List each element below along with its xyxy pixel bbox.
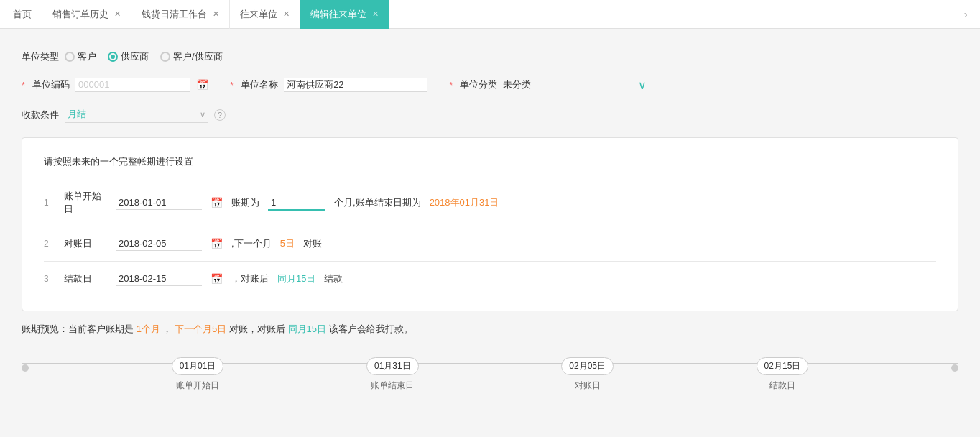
unit-category-field: * 单位分类 未分类 ∨	[449, 78, 647, 92]
radio-customer-label: 客户	[78, 50, 96, 63]
unit-type-radio-group: 客户 供应商 客户/供应商	[65, 50, 223, 63]
unit-type-row: 单位类型 客户 供应商 客户/供应商	[22, 43, 958, 70]
start-date-input[interactable]	[116, 196, 202, 210]
row-type-label-2: 对账日	[64, 237, 107, 250]
tab-sales-history[interactable]: 销售订单历史 ✕	[42, 0, 131, 29]
unit-type-field: 单位类型 客户 供应商 客户/供应商	[22, 50, 223, 63]
row-index-1: 1	[44, 198, 55, 208]
reconcile-date-input[interactable]	[116, 236, 202, 251]
timeline-badge-2: 01月31日	[366, 357, 419, 375]
settlement-day-highlight: 同月15日	[277, 272, 315, 285]
payment-terms-label: 收款条件	[22, 109, 59, 121]
timeline-point-1: 01月01日 账单开始日	[172, 357, 224, 392]
help-icon[interactable]: ?	[214, 109, 226, 121]
timeline-end-dot	[951, 364, 958, 372]
reconcile-prefix: ,下一个月	[231, 237, 272, 250]
setting-row-3: 3 结款日 📅 ，对账后 同月15日 结款	[44, 264, 936, 293]
divider-1	[44, 226, 936, 226]
timeline-label-2: 账单结束日	[371, 380, 414, 392]
preview-prefix: 账期预览：当前客户账期是	[22, 323, 134, 334]
tabs-more-arrow[interactable]: ›	[957, 9, 974, 20]
unit-category-required: *	[449, 80, 453, 91]
radio-customer[interactable]: 客户	[65, 50, 96, 63]
radio-both[interactable]: 客户/供应商	[160, 50, 223, 63]
row-index-2: 2	[44, 239, 55, 249]
card-title: 请按照未来的一个完整帐期进行设置	[44, 155, 936, 168]
period-unit-text: 个月,账单结束日期为	[334, 196, 421, 209]
settlement-date-calendar-icon[interactable]: 📅	[211, 273, 223, 285]
radio-both-label: 客户/供应商	[173, 50, 223, 63]
timeline-start-dot	[22, 364, 29, 372]
unit-name-input[interactable]	[284, 78, 427, 92]
reconcile-day-highlight: 5日	[280, 237, 295, 250]
timeline-label-1: 账单开始日	[176, 380, 219, 392]
divider-2	[44, 261, 936, 262]
unit-type-label: 单位类型	[22, 50, 59, 63]
payment-terms-row: 收款条件 月结 ∨ ?	[22, 99, 958, 130]
radio-both-circle	[160, 52, 170, 62]
tab-partner-unit-label: 往来单位	[240, 8, 277, 21]
unit-name-field: * 单位名称	[230, 78, 427, 92]
unit-name-required: *	[230, 80, 234, 91]
unit-code-input[interactable]	[75, 78, 190, 92]
unit-info-row: * 单位编码 📅 * 单位名称 * 单位分类 未分类 ∨	[22, 70, 958, 99]
unit-category-select[interactable]: 未分类 ∨	[503, 78, 647, 92]
unit-code-calendar-icon[interactable]: 📅	[196, 79, 208, 91]
reconcile-suffix: 对账	[303, 237, 322, 250]
settlement-prefix: ，对账后	[231, 272, 269, 285]
preview-part3: 同月15日	[288, 323, 326, 334]
tab-home[interactable]: 首页	[6, 0, 42, 29]
start-date-calendar-icon[interactable]: 📅	[211, 197, 223, 208]
timeline-label-4: 结款日	[769, 380, 795, 392]
tab-edit-partner-close[interactable]: ✕	[372, 9, 379, 19]
radio-supplier[interactable]: 供应商	[108, 50, 149, 63]
payment-terms-field: 收款条件 月结 ∨ ?	[22, 106, 226, 123]
unit-category-chevron-icon: ∨	[638, 78, 647, 92]
row-type-label-1: 账单开始日	[64, 190, 107, 216]
timeline-badge-1: 01月01日	[172, 357, 224, 375]
settlement-suffix: 结款	[324, 272, 343, 285]
radio-supplier-circle	[108, 52, 118, 62]
payment-terms-chevron-icon: ∨	[200, 110, 205, 119]
period-value-input[interactable]	[268, 196, 325, 211]
tab-sales-history-close[interactable]: ✕	[114, 9, 121, 19]
tab-partner-unit[interactable]: 往来单位 ✕	[230, 0, 300, 29]
tab-partner-unit-close[interactable]: ✕	[283, 9, 290, 19]
unit-name-label: 单位名称	[241, 78, 278, 91]
preview-sep1: ，	[162, 323, 172, 334]
period-end-date: 2018年01月31日	[430, 196, 499, 209]
unit-code-field: * 单位编码 📅	[22, 78, 208, 92]
timeline-badge-3: 02月05日	[561, 357, 614, 375]
unit-code-required: *	[22, 80, 25, 91]
payment-terms-select[interactable]: 月结 ∨	[65, 106, 208, 123]
preview-part1: 1个月	[137, 323, 160, 334]
timeline-points: 01月01日 账单开始日 01月31日 账单结束日 02月05日 对账日 02月…	[22, 357, 958, 392]
radio-supplier-label: 供应商	[121, 50, 149, 63]
row-index-3: 3	[44, 274, 55, 284]
unit-category-label: 单位分类	[460, 78, 497, 91]
unit-category-value: 未分类	[503, 78, 638, 91]
preview-section: 账期预览：当前客户账期是 1个月 ， 下一个月5日 对账，对账后 同月15日 该…	[22, 311, 958, 420]
period-suffix-label: 账期为	[231, 196, 259, 209]
reconcile-date-calendar-icon[interactable]: 📅	[211, 238, 223, 249]
tab-sales-history-label: 销售订单历史	[52, 8, 108, 21]
settlement-date-input[interactable]	[116, 272, 202, 286]
timeline-point-4: 02月15日 结款日	[757, 357, 809, 392]
page-content: 单位类型 客户 供应商 客户/供应商 * 单位编码	[0, 29, 980, 437]
timeline-point-3: 02月05日 对账日	[561, 357, 614, 392]
row-type-label-3: 结款日	[64, 272, 107, 285]
tab-cash-work[interactable]: 钱货日清工作台 ✕	[131, 0, 230, 29]
timeline-badge-4: 02月15日	[757, 357, 809, 375]
tab-cash-work-close[interactable]: ✕	[213, 9, 219, 19]
tabs-bar: 首页 销售订单历史 ✕ 钱货日清工作台 ✕ 往来单位 ✕ 编辑往来单位 ✕ ›	[0, 0, 980, 29]
tab-home-label: 首页	[13, 8, 32, 21]
setting-row-1: 1 账单开始日 📅 账期为 个月,账单结束日期为 2018年01月31日	[44, 183, 936, 223]
settings-card: 请按照未来的一个完整帐期进行设置 1 账单开始日 📅 账期为 个月,账单结束日期…	[22, 137, 958, 311]
timeline-point-2: 01月31日 账单结束日	[366, 357, 419, 392]
tab-edit-partner[interactable]: 编辑往来单位 ✕	[300, 0, 389, 29]
payment-terms-value: 月结	[68, 108, 200, 121]
preview-sep2: 对账，对账后	[229, 323, 288, 334]
tab-edit-partner-label: 编辑往来单位	[310, 8, 366, 21]
tab-cash-work-label: 钱货日清工作台	[142, 8, 207, 21]
setting-row-2: 2 对账日 📅 ,下一个月 5日 对账	[44, 229, 936, 258]
